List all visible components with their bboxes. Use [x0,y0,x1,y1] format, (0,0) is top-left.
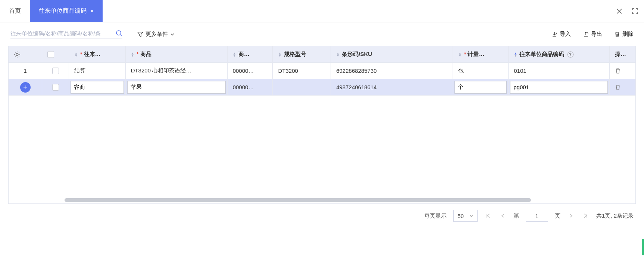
tab-bar-actions [615,0,640,22]
trash-icon[interactable] [615,68,630,74]
next-page-button[interactable] [567,214,575,218]
col-spec-label: 规格型号 [284,51,306,57]
svg-point-1 [16,53,18,56]
cell-barcode[interactable]: 4987240618614 [331,79,453,96]
cell-barcode[interactable]: 6922868285730 [331,63,453,79]
sort-icon: ▲▼ [278,52,281,57]
first-page-button[interactable] [484,213,493,218]
settings-header[interactable] [9,46,42,63]
more-filters-button[interactable]: 更多条件 [137,31,175,38]
sort-icon: ▲▼ [514,52,517,57]
col-unit-label: 计量… [468,51,484,57]
required-mark: * [80,51,82,57]
row-delete-cell[interactable] [610,79,636,96]
trash-icon [614,31,620,37]
page-size-select[interactable]: 50 [453,210,478,222]
cell-partner-code[interactable]: 0101 [509,63,610,79]
sort-icon: ▲▼ [74,52,78,57]
add-row-button[interactable]: + [20,82,31,93]
tab-home[interactable]: 首页 [0,0,30,22]
tab-home-label: 首页 [9,7,21,15]
product-input[interactable] [127,81,226,94]
col-product-code-header[interactable]: ▲▼ 商… [227,46,273,63]
table-header-row: ▲▼ * 往来… ▲▼ * 商品 ▲▼ 商… ▲▼ 规格型号 ▲▼ 条形码/SK… [9,46,636,63]
col-partner-header[interactable]: ▲▼ * 往来… [69,46,125,63]
cell-unit[interactable] [453,79,509,96]
search-field-wrap [10,30,122,38]
sort-icon: ▲▼ [131,52,134,57]
col-partner-code-header[interactable]: ▲▼ 往来单位商品编码 ? [509,46,610,63]
row-checkbox-cell[interactable] [42,79,69,96]
col-barcode-label: 条形码/SKU [342,51,372,57]
toolbar: 更多条件 导入 导出 删除 [0,22,644,46]
export-label: 导出 [591,31,602,38]
col-partner-label: 往来… [84,51,101,57]
chevron-down-icon [170,32,175,37]
col-partner-code-label: 往来单位商品编码 [519,51,564,57]
cell-partner[interactable]: 结算 [69,63,125,79]
unit-input[interactable] [454,81,507,94]
cell-product[interactable] [125,79,227,96]
sort-icon: ▲▼ [336,52,340,57]
cell-product-code[interactable]: 00000… [227,79,273,96]
close-all-tabs-button[interactable] [615,7,624,16]
sort-icon: ▲▼ [458,52,462,57]
row-checkbox[interactable] [52,84,59,91]
search-icon[interactable] [116,30,122,37]
fullscreen-button[interactable] [631,7,640,16]
delete-label: 删除 [622,31,634,38]
row-checkbox-cell[interactable] [42,63,69,79]
partner-code-input[interactable] [510,81,608,94]
col-ops-label: 操… [615,51,626,57]
last-page-button[interactable] [581,213,590,218]
cell-spec[interactable] [273,79,331,96]
more-filters-label: 更多条件 [146,31,168,38]
tab-active[interactable]: 往来单位商品编码 × [30,0,103,22]
add-row-cell: + [9,79,42,96]
partner-input[interactable] [71,81,124,94]
tab-active-label: 往来单位商品编码 [39,7,87,15]
cell-product[interactable]: DT3200 心相印茶语经… [125,63,227,79]
prev-page-button[interactable] [499,214,507,218]
col-ops-header: 操… [610,46,636,63]
col-unit-header[interactable]: ▲▼ * 计量… [453,46,509,63]
chevron-down-icon [469,214,473,218]
page-number-input[interactable] [526,210,548,222]
close-icon[interactable]: × [90,8,94,14]
row-delete-cell[interactable] [610,63,636,79]
cell-partner[interactable] [69,79,125,96]
search-input[interactable] [10,30,116,37]
import-button[interactable]: 导入 [551,31,571,38]
col-spec-header[interactable]: ▲▼ 规格型号 [273,46,331,63]
table-row[interactable]: + 00000… 4987240618614 [9,79,636,96]
col-product-label: 商品 [140,51,151,57]
import-icon [551,31,557,37]
col-barcode-header[interactable]: ▲▼ 条形码/SKU [331,46,453,63]
cell-partner-code[interactable] [509,79,610,96]
delete-button[interactable]: 删除 [614,31,634,38]
cell-spec[interactable]: DT3200 [273,63,331,79]
svg-point-0 [116,31,121,35]
gear-icon [14,51,21,58]
col-product-code-label: 商… [238,51,250,57]
export-icon [583,31,589,37]
table-empty-area [8,96,636,204]
cell-unit[interactable]: 包 [453,63,509,79]
row-checkbox[interactable] [52,68,59,74]
filter-icon [137,31,143,37]
page-prefix: 第 [513,212,519,219]
page-suffix: 页 [555,212,560,219]
expand-icon [632,8,638,15]
per-page-label: 每页显示 [424,212,447,219]
checkbox-header[interactable] [42,46,69,63]
table-row[interactable]: 1 结算 DT3200 心相印茶语经… 00000… DT3200 692286… [9,63,636,79]
export-button[interactable]: 导出 [583,31,602,38]
select-all-checkbox[interactable] [47,51,54,58]
col-product-header[interactable]: ▲▼ * 商品 [125,46,227,63]
cell-product-code[interactable]: 00000… [227,63,273,79]
trash-icon[interactable] [615,84,630,90]
toolbar-right: 导入 导出 删除 [551,31,634,38]
horizontal-scrollbar[interactable] [65,198,531,202]
help-icon[interactable]: ? [568,52,573,57]
tab-bar: 首页 往来单位商品编码 × [0,0,644,22]
